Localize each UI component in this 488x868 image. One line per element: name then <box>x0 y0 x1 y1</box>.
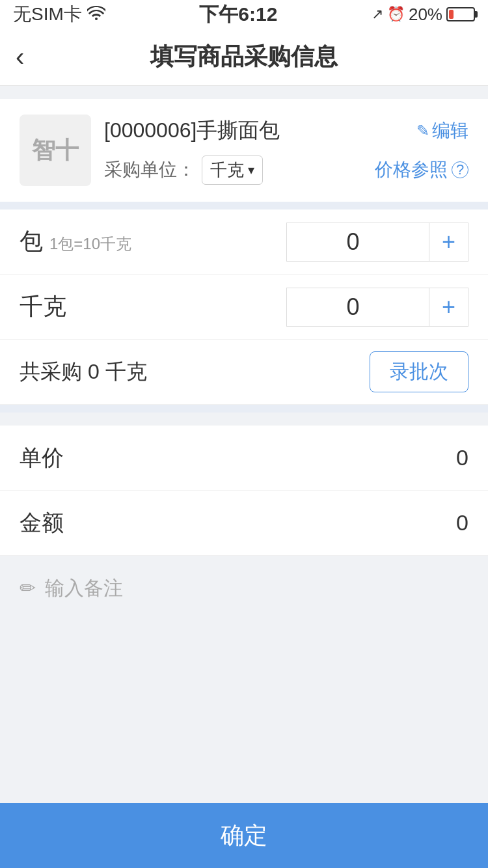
price-section: 单价 0 金额 0 <box>0 426 488 556</box>
kg-plus-button[interactable]: + <box>429 288 468 327</box>
remark-section[interactable]: ✏ 输入备注 <box>0 556 488 634</box>
amount-value: 0 <box>456 510 468 536</box>
product-name-row: [0000006]手撕面包 ✎ 编辑 <box>104 116 468 145</box>
unit-selector[interactable]: 千克 ▾ <box>202 156 263 185</box>
product-thumbnail: 智十 <box>20 115 91 186</box>
confirm-button-label: 确定 <box>221 820 267 852</box>
unit-value: 千克 <box>210 159 244 182</box>
carrier-text: 无SIM卡 <box>13 2 82 27</box>
bao-plus-button[interactable]: + <box>429 223 468 262</box>
kg-input-row: 千克 + <box>0 275 488 340</box>
alarm-icon: ⏰ <box>387 6 405 23</box>
price-ref-label: 价格参照 <box>375 157 448 182</box>
status-right: ↗ ⏰ 20% <box>372 5 475 25</box>
wifi-icon <box>87 4 105 25</box>
unit-label: 采购单位： <box>104 157 195 182</box>
section-divider-1 <box>0 202 488 210</box>
kg-label-main: 千克 <box>20 291 66 323</box>
price-reference-button[interactable]: 价格参照 ? <box>375 157 468 182</box>
bao-input-row: 包 1包=10千克 + <box>0 210 488 275</box>
status-left: 无SIM卡 <box>13 2 105 27</box>
bao-label: 包 1包=10千克 <box>20 226 286 258</box>
product-card: 智十 [0000006]手撕面包 ✎ 编辑 采购单位： 千克 ▾ 价格参照 ? <box>0 99 488 202</box>
dropdown-icon: ▾ <box>248 162 254 178</box>
unit-price-row: 单价 0 <box>0 426 488 491</box>
page-title: 填写商品采购信息 <box>150 41 338 73</box>
input-section: 包 1包=10千克 + 千克 + 共采购 0 千克 录批次 <box>0 210 488 405</box>
bao-input-control: + <box>286 223 468 262</box>
product-name: [0000006]手撕面包 <box>104 116 280 145</box>
total-row: 共采购 0 千克 录批次 <box>0 340 488 405</box>
status-time: 下午6:12 <box>199 1 277 28</box>
back-button[interactable]: ‹ <box>16 42 24 72</box>
section-divider-2 <box>0 405 488 413</box>
pencil-icon: ✏ <box>20 576 36 599</box>
product-info: [0000006]手撕面包 ✎ 编辑 采购单位： 千克 ▾ 价格参照 ? <box>104 116 468 185</box>
kg-input-control: + <box>286 288 468 327</box>
info-icon: ? <box>452 161 468 178</box>
bao-label-sub: 1包=10千克 <box>49 234 131 254</box>
status-bar: 无SIM卡 下午6:12 ↗ ⏰ 20% <box>0 0 488 29</box>
unit-price-label: 单价 <box>20 443 64 473</box>
record-batch-button[interactable]: 录批次 <box>370 351 468 392</box>
amount-label: 金额 <box>20 508 64 538</box>
location-icon: ↗ <box>372 6 383 23</box>
nav-bar: ‹ 填写商品采购信息 <box>0 29 488 86</box>
remark-placeholder: 输入备注 <box>45 575 123 602</box>
edit-button[interactable]: ✎ 编辑 <box>416 118 468 143</box>
product-thumb-text: 智十 <box>32 135 79 167</box>
kg-label: 千克 <box>20 291 286 323</box>
battery-icon <box>446 7 475 21</box>
confirm-button[interactable]: 确定 <box>0 803 488 868</box>
unit-price-value: 0 <box>456 445 468 470</box>
edit-icon: ✎ <box>416 122 429 140</box>
bao-label-main: 包 <box>20 226 43 258</box>
battery-percent: 20% <box>409 5 442 25</box>
bao-input[interactable] <box>286 223 429 262</box>
kg-input[interactable] <box>286 288 429 327</box>
unit-row: 采购单位： 千克 ▾ 价格参照 ? <box>104 156 468 185</box>
amount-row: 金额 0 <box>0 491 488 556</box>
total-text: 共采购 0 千克 <box>20 358 147 387</box>
